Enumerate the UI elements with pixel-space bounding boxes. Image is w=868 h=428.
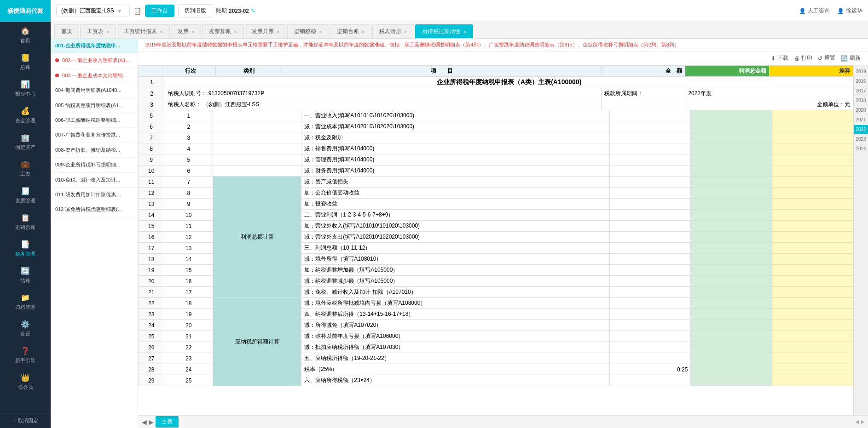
- sidebar-item-reports[interactable]: 📊 报表中心: [0, 75, 51, 102]
- tab-salary-stat[interactable]: 工资统计报表×: [117, 24, 169, 38]
- refresh-button[interactable]: 🔄 刷新: [841, 54, 861, 62]
- lrze-cell[interactable]: [691, 110, 772, 121]
- scroll-right-icon[interactable]: ▶: [861, 419, 864, 425]
- lrze-cell[interactable]: [691, 121, 772, 132]
- quane-cell[interactable]: [610, 165, 691, 177]
- tab-invoice-open-close[interactable]: ×: [277, 29, 279, 34]
- quane-cell[interactable]: [610, 320, 691, 331]
- chay-cell[interactable]: [772, 165, 853, 177]
- lrze-cell[interactable]: [691, 177, 772, 188]
- switch-old-button[interactable]: 切到旧版: [178, 4, 212, 17]
- lrze-cell[interactable]: [691, 154, 772, 165]
- lrze-cell[interactable]: [691, 298, 772, 309]
- next-tab-button[interactable]: ▶: [149, 418, 154, 426]
- chay-cell[interactable]: [772, 342, 853, 353]
- sidebar-item-guide[interactable]: ❓ 新手引导: [0, 342, 51, 369]
- sidebar-item-settle[interactable]: 🔄 结账: [0, 262, 51, 289]
- download-button[interactable]: ⬇ 下载: [771, 54, 788, 62]
- lrze-cell[interactable]: [691, 320, 772, 331]
- quane-cell[interactable]: [610, 353, 691, 364]
- chay-cell[interactable]: [772, 143, 853, 154]
- lrze-cell[interactable]: [691, 364, 772, 375]
- chay-cell[interactable]: [772, 265, 853, 276]
- timeline-2020[interactable]: 2020: [855, 106, 867, 114]
- left-panel-item-011[interactable]: 011-研发费用加计扣除优惠...: [51, 188, 138, 202]
- timeline-2019[interactable]: 2019: [855, 67, 867, 76]
- tab-invoice-calc[interactable]: 发票算账×: [202, 24, 243, 38]
- reset-button[interactable]: ↺ 重置: [818, 54, 835, 62]
- tab-invoice-calc-close[interactable]: ×: [234, 29, 237, 34]
- sidebar-item-archive[interactable]: 📁 归档管理: [0, 289, 51, 315]
- chay-cell[interactable]: [772, 132, 853, 143]
- print-button[interactable]: 🖨 打印: [794, 54, 812, 62]
- chay-cell[interactable]: [772, 232, 853, 243]
- chay-cell[interactable]: [772, 210, 853, 221]
- sidebar-item-member[interactable]: 👑 畅会员: [0, 369, 51, 395]
- tab-sales-check[interactable]: 进销稽核×: [287, 24, 329, 38]
- timeline-2016[interactable]: 2016: [855, 77, 867, 86]
- sidebar-item-ledger[interactable]: 📒 总账: [0, 49, 51, 75]
- left-panel-item-008[interactable]: 008-资产折旧、摊销及纳税...: [51, 143, 138, 158]
- lrze-cell[interactable]: [691, 375, 772, 386]
- chay-cell[interactable]: [772, 309, 853, 320]
- sidebar-item-home[interactable]: 🏠 首页: [0, 22, 51, 49]
- quane-cell[interactable]: 0.25: [610, 364, 691, 375]
- chay-cell[interactable]: [772, 375, 853, 386]
- ai-consult-button[interactable]: 👤 人工咨询: [799, 7, 830, 15]
- lrze-cell[interactable]: [691, 165, 772, 177]
- edit-period-icon[interactable]: ✎: [251, 8, 255, 14]
- quane-cell[interactable]: [610, 331, 691, 342]
- left-panel-item-003[interactable]: 003-一般企业成本支出明细...: [51, 68, 138, 83]
- left-panel-item-007[interactable]: 007-广告费和业务宣传费跌...: [51, 128, 138, 143]
- quane-cell[interactable]: [610, 375, 691, 386]
- chay-cell[interactable]: [772, 199, 853, 210]
- left-panel-item-002[interactable]: 002-一般企业收入明细表(A1...: [51, 53, 138, 68]
- timeline-2022[interactable]: 2022: [853, 125, 868, 134]
- timeline-2018[interactable]: 2018: [855, 96, 867, 105]
- lrze-cell[interactable]: [691, 287, 772, 298]
- quane-cell[interactable]: [610, 132, 691, 143]
- chay-cell[interactable]: [772, 298, 853, 309]
- left-panel-item-012[interactable]: 012-减免所得税优惠明细表(...: [51, 202, 138, 217]
- scroll-left-icon[interactable]: ◀: [855, 419, 859, 425]
- tab-invoice[interactable]: 发票×: [171, 24, 201, 38]
- lrze-cell[interactable]: [691, 309, 772, 320]
- sidebar-unpin-button[interactable]: ←取消固定: [0, 413, 51, 428]
- sidebar-item-sales[interactable]: 📋 进销台账: [0, 209, 51, 235]
- left-panel-item-009[interactable]: 009-企业所得税补亏损明细...: [51, 158, 138, 172]
- timeline-2017[interactable]: 2017: [855, 86, 867, 95]
- quane-cell[interactable]: [610, 188, 691, 199]
- prev-tab-button[interactable]: ◀: [142, 418, 147, 426]
- chay-cell[interactable]: [772, 110, 853, 121]
- bottom-tab-main[interactable]: 主表: [156, 416, 179, 428]
- chay-cell[interactable]: [772, 121, 853, 132]
- lrze-cell[interactable]: [691, 254, 772, 265]
- quane-cell[interactable]: [610, 177, 691, 188]
- user-info[interactable]: 👤 徐运华: [837, 7, 862, 15]
- quane-cell[interactable]: [610, 342, 691, 353]
- sidebar-item-settings[interactable]: ⚙️ 设置: [0, 315, 51, 342]
- lrze-cell[interactable]: [691, 210, 772, 221]
- sidebar-item-tax[interactable]: 📑 税务管理: [0, 235, 51, 262]
- workbench-button[interactable]: 工作台: [145, 5, 174, 17]
- timeline-2021[interactable]: 2021: [855, 115, 867, 124]
- left-panel-item-005[interactable]: 005-纳税调整项目明细表(A1...: [51, 98, 138, 113]
- quane-cell[interactable]: [610, 276, 691, 287]
- chay-cell[interactable]: [772, 276, 853, 287]
- tab-sales-ledger[interactable]: 进销台账×: [330, 24, 371, 38]
- quane-cell[interactable]: [610, 210, 691, 221]
- lrze-cell[interactable]: [691, 232, 772, 243]
- tab-invoice-close[interactable]: ×: [191, 29, 194, 34]
- tab-income-tax[interactable]: 所得税汇算清缴×: [415, 24, 473, 38]
- lrze-cell[interactable]: [691, 221, 772, 232]
- quane-cell[interactable]: [610, 243, 691, 254]
- quane-cell[interactable]: [610, 265, 691, 276]
- chay-cell[interactable]: [772, 320, 853, 331]
- lrze-cell[interactable]: [691, 353, 772, 364]
- lrze-cell[interactable]: [691, 143, 772, 154]
- quane-cell[interactable]: [610, 154, 691, 165]
- quane-cell[interactable]: [610, 287, 691, 298]
- quane-cell[interactable]: [610, 110, 691, 121]
- sidebar-item-funds[interactable]: 💰 资金管理: [0, 102, 51, 129]
- sidebar-item-assets[interactable]: 🏢 固定资产: [0, 129, 51, 155]
